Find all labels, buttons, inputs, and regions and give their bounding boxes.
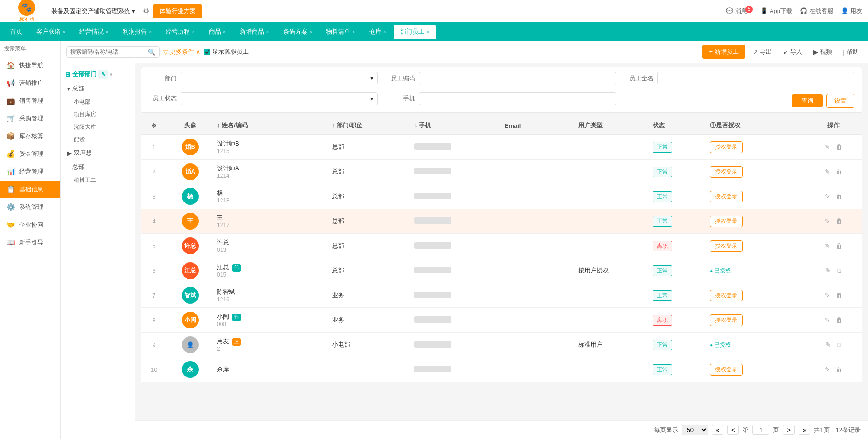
auth-login-button[interactable]: 授权登录 [710,216,743,227]
sidebar-search-input[interactable] [4,45,61,52]
delete-button[interactable]: 🗑 [834,142,844,152]
close-icon[interactable]: × [192,29,194,35]
view-button[interactable]: ▶ 视频 [810,46,836,58]
edit-button[interactable]: ✎ [823,291,832,300]
copy-button[interactable]: ⧉ [835,266,843,276]
edit-button[interactable]: ✎ [823,167,832,176]
edit-button[interactable]: ✎ [823,241,832,251]
close-icon[interactable]: × [62,29,65,35]
tab-home[interactable]: 首页 [4,25,29,39]
edit-button[interactable]: ✎ [824,266,833,275]
delete-button[interactable]: 🗑 [834,365,844,374]
more-filter-btn[interactable]: ▽ 更多条件 ∧ [163,48,201,56]
employee-name-input[interactable] [657,72,854,84]
auth-login-button[interactable]: 授权登录 [710,141,743,153]
dept-item-headquarters[interactable]: 总部 [61,160,135,174]
add-employee-button[interactable]: + 新增员工 [702,45,745,59]
auth-login-button[interactable]: 授权登录 [710,166,743,178]
close-icon[interactable]: × [383,29,386,35]
page-number-input[interactable] [752,425,769,435]
dept-edit-icon[interactable]: ✎ [98,70,108,79]
col-settings[interactable]: ⚙ [141,117,167,135]
edit-button[interactable]: ✎ [824,340,833,349]
user-avatar[interactable]: 👤 用友 [841,7,862,15]
sidebar-item-inventory[interactable]: 📦 库存核算 [0,127,60,145]
last-page-button[interactable]: » [799,425,810,435]
query-button[interactable]: 查询 [792,94,823,107]
col-name[interactable]: ↕ 姓名/编码 [213,117,328,135]
system-title-dropdown[interactable]: 装备及固定资产辅助管理系统 ▾ [51,7,135,15]
auth-login-button[interactable]: 授权登录 [710,314,743,326]
import-button[interactable]: ↙ 导入 [779,46,806,58]
online-service-btn[interactable]: 🎧 在线客服 [800,7,833,15]
dept-sub-item-planting[interactable]: 植树王二 [61,174,135,187]
sidebar-item-finance[interactable]: 💰 资金管理 [0,145,60,163]
sidebar-item-guide[interactable]: 📖 新手引导 [0,234,60,251]
app-download-btn[interactable]: 📱 App下载 [760,7,792,15]
show-resign-checkbox[interactable]: 显示离职员工 [204,48,249,56]
delete-button[interactable]: 🗑 [834,167,844,176]
tab-profit[interactable]: 利润报告 × [116,25,158,39]
delete-button[interactable]: 🗑 [834,216,844,226]
close-icon[interactable]: × [352,29,355,35]
close-icon[interactable]: × [266,29,269,35]
dept-item-shuangzuo[interactable]: ▶ 双座想 [61,146,135,160]
status-select[interactable]: ▾ [181,92,378,105]
tab-employee[interactable]: 部门员工 × [394,25,436,39]
dept-sub-item-distribution[interactable]: 配货 [61,133,135,146]
col-phone[interactable]: ↕ 手机 [410,117,501,135]
first-page-button[interactable]: « [712,425,723,435]
settings-button[interactable]: 设置 [826,94,854,108]
delete-button[interactable]: 🗑 [834,241,844,251]
edit-button[interactable]: ✎ [823,142,832,152]
tab-add-goods[interactable]: 新增商品 × [233,25,275,39]
sidebar-item-marketing[interactable]: 📢 营销推广 [0,74,60,92]
help-button[interactable]: | 帮助 [840,46,862,58]
gear-icon[interactable]: ⚙ [143,7,149,15]
page-size-select[interactable]: 50 20 100 [682,425,708,435]
sidebar-item-collab[interactable]: 🤝 企业协同 [0,216,60,234]
close-icon[interactable]: × [105,29,108,35]
sidebar-item-purchase[interactable]: 🛒 采购管理 [0,110,60,127]
dept-sub-item-shenyang[interactable]: 沈阳大库 [61,121,135,133]
export-button[interactable]: ↗ 导出 [749,46,776,58]
dept-item-general[interactable]: ▾ 总部 [61,82,135,96]
delete-button[interactable]: 🗑 [834,315,844,325]
prev-page-button[interactable]: < [727,425,739,435]
tab-bom[interactable]: 物料清单 × [319,25,361,39]
tab-customer[interactable]: 客户联络 × [30,25,72,39]
close-icon[interactable]: × [223,29,226,35]
close-icon[interactable]: × [309,29,312,35]
tab-barcode[interactable]: 条码方案 × [277,25,319,39]
sidebar-item-sales[interactable]: 💼 销售管理 [0,92,60,110]
tab-operation[interactable]: 经营情况 × [73,25,115,39]
employee-code-input[interactable] [419,72,616,84]
sidebar-search-box[interactable]: 🔍 [0,41,60,56]
auth-login-button[interactable]: 授权登录 [710,364,743,376]
dept-collapse-icon[interactable]: « [110,71,113,77]
copy-button[interactable]: ⧉ [835,340,843,350]
close-icon[interactable]: × [426,29,429,35]
sidebar-item-operation[interactable]: 📊 经营管理 [0,163,60,181]
search-box[interactable]: 🔍 [66,46,160,58]
auth-login-button[interactable]: 授权登录 [710,191,743,202]
dept-select[interactable]: ▾ [181,72,378,84]
delete-button[interactable]: 🗑 [834,192,844,201]
trial-button[interactable]: 体验行业方案 [153,4,202,18]
sidebar-item-system[interactable]: ⚙️ 系统管理 [0,198,60,216]
message-btn[interactable]: 💬 消息 5 [726,7,753,15]
phone-input[interactable] [419,92,616,105]
auth-login-button[interactable]: 授权登录 [710,240,743,252]
edit-button[interactable]: ✎ [823,365,832,374]
close-icon[interactable]: × [149,29,152,35]
col-dept[interactable]: ↕ 部门/职位 [328,117,410,135]
sidebar-item-basic[interactable]: 📋 基础信息 [0,181,60,198]
edit-button[interactable]: ✎ [823,216,832,226]
edit-button[interactable]: ✎ [823,315,832,325]
next-page-button[interactable]: > [783,425,795,435]
search-input[interactable] [70,49,146,55]
tab-history[interactable]: 经营历程 × [159,25,201,39]
dept-sub-item-projectroom[interactable]: 项目库房 [61,108,135,121]
edit-button[interactable]: ✎ [823,192,832,201]
tab-goods[interactable]: 商品 × [202,25,232,39]
